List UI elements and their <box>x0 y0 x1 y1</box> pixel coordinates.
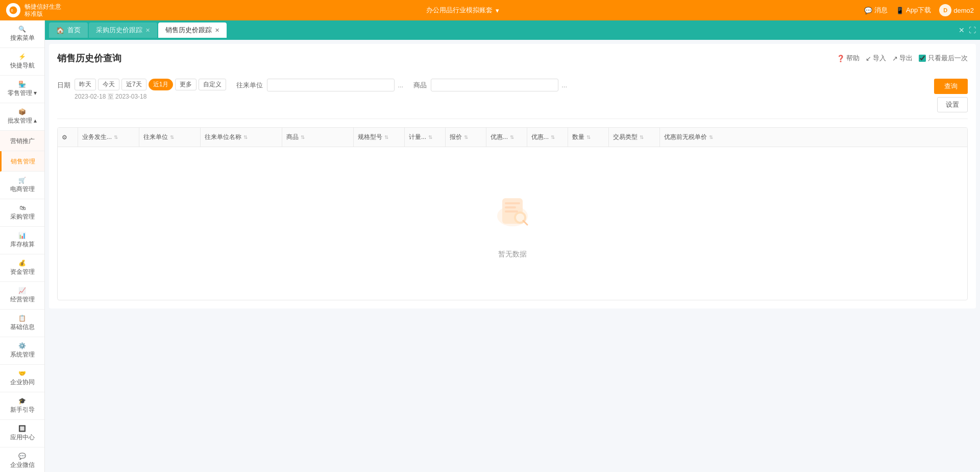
sidebar-item-system[interactable]: ⚙️ 系统管理 <box>0 337 44 365</box>
empty-icon <box>489 188 535 244</box>
page-title: 销售历史价查询 <box>57 52 121 64</box>
app-download-button[interactable]: 📱 App下载 <box>896 6 931 15</box>
tab-maximize-button[interactable]: ⛶ <box>969 26 976 34</box>
last-only-wrapper[interactable]: 只看最后一次 <box>919 54 968 63</box>
tab-sales-close[interactable]: ✕ <box>215 27 219 34</box>
message-button[interactable]: 💬 消息 <box>864 6 888 15</box>
import-button[interactable]: ↙ 导入 <box>866 54 886 63</box>
tab-close-all-button[interactable]: ✕ <box>959 26 965 34</box>
tab-home[interactable]: 🏠 首页 <box>49 22 88 38</box>
filter-bar: 日期 昨天 今天 近7天 近1月 更多 自定义 2023-02-18 至 202… <box>57 73 968 119</box>
th-discount1[interactable]: 优惠... <box>486 128 527 147</box>
sidebar-item-basic[interactable]: 📋 基础信息 <box>0 310 44 337</box>
enterprise-icon: 🤝 <box>18 370 26 377</box>
sidebar-item-ecommerce[interactable]: 🛒 电商管理 <box>0 172 44 199</box>
partner-ellipsis[interactable]: ... <box>398 81 403 89</box>
th-notax[interactable]: 优惠前无税单价 <box>660 128 967 147</box>
finance-icon: 💰 <box>18 259 26 267</box>
operations-icon: 📈 <box>18 287 26 294</box>
sidebar-item-inventory[interactable]: 📊 库存核算 <box>0 227 44 254</box>
wholesale-icon: 📦 <box>18 108 26 115</box>
th-partner-code[interactable]: 往来单位 <box>139 128 201 147</box>
date-btn-1month[interactable]: 近1月 <box>149 79 174 90</box>
th-bizdate[interactable]: 业务发生... <box>78 128 139 147</box>
tab-sales[interactable]: 销售历史价跟踪 ✕ <box>158 22 227 38</box>
date-btn-more[interactable]: 更多 <box>175 79 197 90</box>
inventory-icon: 📊 <box>18 232 26 239</box>
date-label: 日期 <box>57 79 70 90</box>
help-icon: ❓ <box>837 55 845 62</box>
export-button[interactable]: ↗ 导出 <box>892 54 913 63</box>
date-filter-group: 日期 昨天 今天 近7天 近1月 更多 自定义 2023-02-18 至 202… <box>57 79 226 101</box>
chevron-down-icon: ▾ <box>496 7 499 14</box>
apps-icon: 🔲 <box>18 425 26 432</box>
settings-gear-icon: ⚙ <box>62 134 67 141</box>
page-title-row: 销售历史价查询 ❓ 帮助 ↙ 导入 ↗ 导出 <box>57 52 968 64</box>
avatar: D <box>939 4 951 16</box>
th-qty[interactable]: 数量 <box>568 128 609 147</box>
tab-purchase-close[interactable]: ✕ <box>145 27 150 34</box>
empty-text: 暂无数据 <box>498 250 527 259</box>
sidebar-item-operations[interactable]: 📈 经营管理 <box>0 282 44 310</box>
partner-label: 往来单位 <box>236 79 263 90</box>
sidebar-item-shortcut[interactable]: ⚡ 快捷导航 <box>0 48 44 76</box>
date-btn-row: 昨天 今天 近7天 近1月 更多 自定义 <box>75 79 226 90</box>
sidebar-item-apps[interactable]: 🔲 应用中心 <box>0 420 44 447</box>
page-inner: 销售历史价查询 ❓ 帮助 ↙ 导入 ↗ 导出 <box>49 44 976 309</box>
th-partner-name[interactable]: 往来单位名称 <box>201 128 282 147</box>
svg-rect-4 <box>505 202 520 204</box>
sidebar-item-wholesale[interactable]: 📦 批发管理 ▴ <box>0 103 44 131</box>
product-input-group: ... <box>431 79 567 91</box>
product-filter-group: 商品 ... <box>413 79 567 91</box>
retail-icon: 🏪 <box>18 81 26 88</box>
sidebar-item-wechat[interactable]: 💬 企业微信 <box>0 447 44 472</box>
th-unit[interactable]: 计量... <box>405 128 446 147</box>
th-spec[interactable]: 规格型号 <box>354 128 405 147</box>
th-price[interactable]: 报价 <box>446 128 486 147</box>
th-product[interactable]: 商品 <box>282 128 354 147</box>
tab-purchase[interactable]: 采购历史价跟踪 ✕ <box>89 22 157 38</box>
topbar: 6 畅捷信好生意 标准版 办公用品行业模拟账套 ▾ 💬 消息 📱 App下载 D… <box>0 0 980 20</box>
date-btn-custom[interactable]: 自定义 <box>199 79 226 90</box>
table-header: ⚙ 业务发生... 往来单位 往来单位名称 商品 <box>58 128 967 147</box>
help-button[interactable]: ❓ 帮助 <box>837 54 860 63</box>
export-icon: ↗ <box>892 55 898 62</box>
query-button[interactable]: 查询 <box>934 79 968 94</box>
svg-text:6: 6 <box>11 8 13 13</box>
svg-point-0 <box>10 7 17 14</box>
sidebar-item-purchase[interactable]: 🛍 采购管理 <box>0 199 44 227</box>
sidebar-item-finance[interactable]: 💰 资金管理 <box>0 254 44 282</box>
sidebar-item-sales[interactable]: 销售管理 <box>0 151 44 172</box>
sidebar-item-marketing[interactable]: 营销推广 <box>0 131 44 151</box>
last-only-checkbox[interactable] <box>919 55 926 62</box>
th-discount2[interactable]: 优惠... <box>527 128 568 147</box>
date-btn-yesterday[interactable]: 昨天 <box>75 79 96 90</box>
tab-bar: 🏠 首页 采购历史价跟踪 ✕ 销售历史价跟踪 ✕ ✕ ⛶ <box>45 20 980 40</box>
svg-rect-6 <box>505 210 518 213</box>
settings-button[interactable]: 设置 <box>937 97 968 112</box>
query-btn-col: 查询 设置 <box>934 79 968 112</box>
date-btn-7days[interactable]: 近7天 <box>121 79 146 90</box>
sidebar-item-search[interactable]: 🔍 搜索菜单 <box>0 20 44 48</box>
svg-rect-5 <box>505 206 516 208</box>
th-txtype[interactable]: 交易类型 <box>609 128 660 147</box>
sidebar-item-enterprise[interactable]: 🤝 企业协同 <box>0 365 44 392</box>
brand-text: 畅捷信好生意 标准版 <box>24 3 61 18</box>
search-icon: 🔍 <box>18 26 26 33</box>
table-wrapper: ⚙ 业务发生... 往来单位 往来单位名称 商品 <box>57 127 968 300</box>
product-ellipsis[interactable]: ... <box>561 81 567 89</box>
content-area: 🏠 首页 采购历史价跟踪 ✕ 销售历史价跟踪 ✕ ✕ ⛶ 销售历史价查询 <box>45 20 980 472</box>
date-range: 2023-02-18 至 2023-03-18 <box>75 92 226 101</box>
user-menu[interactable]: D demo2 <box>939 4 974 16</box>
app-selector[interactable]: 办公用品行业模拟账套 ▾ <box>426 6 499 15</box>
purchase-icon: 🛍 <box>19 204 26 211</box>
guide-icon: 🎓 <box>18 397 26 405</box>
date-btn-today[interactable]: 今天 <box>98 79 119 90</box>
sidebar-item-retail[interactable]: 🏪 零售管理 ▾ <box>0 76 44 103</box>
th-settings[interactable]: ⚙ <box>58 128 78 147</box>
sidebar-item-guide[interactable]: 🎓 新手引导 <box>0 392 44 420</box>
partner-input[interactable] <box>267 79 395 91</box>
logo-icon: 6 <box>6 3 20 17</box>
wechat-icon: 💬 <box>18 453 26 460</box>
product-input[interactable] <box>431 79 558 91</box>
